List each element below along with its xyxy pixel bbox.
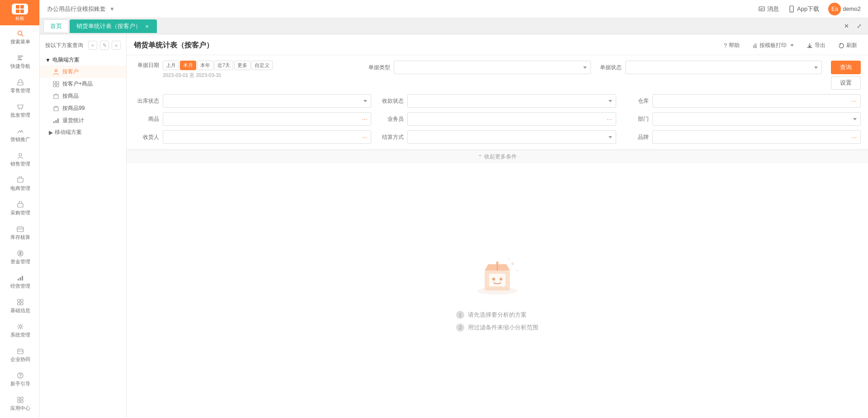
sidebar-marketing[interactable]: 营销推广 — [0, 123, 39, 147]
collapse-label: 收起更多条件 — [484, 153, 517, 161]
sidebar-wechat[interactable]: 企业微信 — [0, 416, 39, 418]
status-select[interactable] — [625, 61, 822, 74]
sidebar-quick-nav[interactable]: 快捷导航 — [0, 50, 39, 74]
date-label: 单据日期 — [134, 62, 159, 69]
svg-rect-20 — [18, 299, 20, 302]
svg-rect-15 — [17, 227, 24, 232]
date-range-display: 2023-03-01 至 2023-03-31 — [134, 72, 359, 79]
sidebar-finance[interactable]: 资金管理 — [0, 245, 39, 270]
date-btn-custom[interactable]: 自定义 — [251, 61, 273, 70]
print-arrow-down — [790, 44, 794, 47]
collapse-bar[interactable]: ⌃ 收起更多条件 — [127, 150, 868, 163]
sidebar-operations[interactable]: 经营管理 — [0, 270, 39, 294]
collapse-panel-btn[interactable]: « — [112, 41, 121, 50]
sidebar-system[interactable]: 系统管理 — [0, 318, 39, 343]
chevron-right-icon: ▶ — [49, 129, 53, 136]
export-label: 导出 — [815, 42, 826, 49]
out-status-select[interactable] — [163, 94, 371, 108]
dept-arrow — [853, 118, 857, 120]
refresh-label: 刷新 — [846, 42, 857, 49]
query-button[interactable]: 查询 — [831, 61, 861, 74]
scheme-item-refund-stat[interactable]: 退货统计 — [40, 114, 126, 127]
scheme-item-by-product-99[interactable]: 按商品99 — [40, 102, 126, 114]
sidebar-inventory[interactable]: 库存核算 — [0, 221, 39, 245]
user-name-label: demo2 — [843, 5, 861, 12]
product-select[interactable]: ··· — [163, 112, 371, 126]
scheme-item-by-customer-product[interactable]: 按客户+商品 — [40, 78, 126, 90]
sidebar-retail[interactable]: 零售管理 — [0, 74, 39, 99]
dept-select[interactable] — [652, 112, 861, 126]
tab-sales-stat-label: 销货单统计表（按客户） — [76, 22, 141, 30]
warehouse-select[interactable]: ··· — [652, 94, 861, 108]
date-btn-7days[interactable]: 近7天 — [214, 61, 233, 70]
help-btn[interactable]: ? 帮助 — [720, 40, 743, 51]
product-dots: ··· — [362, 115, 368, 123]
logo-icon — [12, 4, 28, 14]
edit-scheme-btn[interactable]: ✎ — [100, 41, 109, 50]
svg-rect-25 — [18, 349, 23, 354]
date-btn-this-year[interactable]: 本年 — [197, 61, 213, 70]
svg-rect-45 — [57, 119, 59, 123]
topbar-message[interactable]: 消息 — [758, 5, 779, 13]
sidebar: 标账 搜索菜单 快捷导航 零售管理 批发管理 营销推广 销售管理 电商管理 采购… — [0, 0, 40, 418]
collect-status-select[interactable] — [407, 94, 616, 108]
sidebar-guide[interactable]: 新手引导 — [0, 367, 39, 392]
product-label: 商品 — [134, 115, 159, 123]
filter-row-3: 商品 ··· 业务员 ··· 部门 — [134, 112, 861, 126]
tab-sales-stat[interactable]: 销货单统计表（按客户） ✕ — [70, 19, 157, 33]
tab-close-all-btn[interactable]: ✕ — [841, 21, 852, 32]
filter-date-field: 单据日期 上月 本月 本年 近7天 更多 自定义 — [134, 61, 359, 70]
sidebar-wholesale[interactable]: 批发管理 — [0, 99, 39, 123]
svg-rect-23 — [21, 303, 23, 305]
scheme-item-by-product[interactable]: 按商品 — [40, 90, 126, 102]
main-panel: 销货单统计表（按客户） ? 帮助 🖨 按模板打印 导出 — [127, 34, 868, 418]
warehouse-label: 仓库 — [623, 97, 649, 105]
scheme-group-mobile-header[interactable]: ▶ 移动端方案 — [40, 127, 126, 138]
topbar-app-download[interactable]: App下载 — [788, 5, 819, 13]
date-btn-prev-month[interactable]: 上月 — [163, 61, 179, 70]
sidebar-sales[interactable]: 销售管理 — [0, 147, 39, 172]
add-scheme-btn[interactable]: + — [88, 41, 97, 50]
template-print-btn[interactable]: 🖨 按模板打印 — [749, 40, 797, 51]
topbar-dropdown-icon[interactable]: ▼ — [109, 6, 115, 12]
sidebar-search[interactable]: 搜索菜单 — [0, 25, 39, 50]
svg-point-53 — [511, 262, 514, 265]
template-print-label: 按模板打印 — [760, 42, 787, 49]
svg-rect-22 — [18, 303, 20, 305]
sidebar-purchase[interactable]: 采购管理 — [0, 196, 39, 221]
type-select[interactable] — [394, 61, 590, 74]
receiver-select[interactable]: ··· — [163, 130, 371, 144]
sidebar-quick-nav-label: 快捷导航 — [10, 63, 30, 70]
collect-status-label: 收款状态 — [378, 97, 404, 105]
topbar-user[interactable]: Ea demo2 — [828, 3, 861, 15]
scheme-item-by-customer[interactable]: 按客户 — [40, 66, 126, 78]
svg-line-5 — [22, 35, 24, 37]
date-btn-more[interactable]: 更多 — [234, 61, 250, 70]
date-btn-this-month[interactable]: 本月 — [180, 61, 196, 70]
sidebar-ecommerce[interactable]: 电商管理 — [0, 172, 39, 196]
brand-dots: ··· — [851, 133, 857, 141]
sidebar-basic[interactable]: 基础信息 — [0, 294, 39, 318]
page-title: 销货单统计表（按客户） — [134, 41, 213, 50]
settings-button[interactable]: 设置 — [831, 76, 861, 90]
dept-label: 部门 — [623, 115, 649, 123]
brand-select[interactable]: ··· — [652, 130, 861, 144]
export-btn[interactable]: 导出 — [803, 40, 829, 51]
scheme-group-desktop-label: 电脑端方案 — [52, 56, 80, 64]
sidebar-apps[interactable]: 应用中心 — [0, 392, 39, 416]
tab-maximize-btn[interactable]: ⤢ — [854, 21, 864, 32]
tab-home[interactable]: 首页 — [43, 19, 69, 33]
filter-status-field: 单据状态 — [596, 61, 822, 74]
salesperson-select[interactable]: ··· — [407, 112, 616, 126]
svg-rect-31 — [21, 400, 23, 403]
sidebar-enterprise[interactable]: 企业协同 — [0, 343, 39, 367]
tab-close-btn[interactable]: ✕ — [144, 23, 150, 29]
settle-select[interactable] — [407, 130, 616, 144]
topbar: 办公用品行业模拟账套 ▼ 消息 App下载 Ea demo2 — [40, 0, 868, 18]
svg-point-12 — [19, 153, 22, 156]
scheme-group-desktop-header[interactable]: ▼ 电脑端方案 — [40, 54, 126, 66]
svg-rect-38 — [57, 81, 59, 84]
out-status-label: 出库状态 — [134, 97, 159, 105]
refresh-btn[interactable]: 刷新 — [835, 40, 861, 51]
box-icon — [52, 93, 60, 100]
